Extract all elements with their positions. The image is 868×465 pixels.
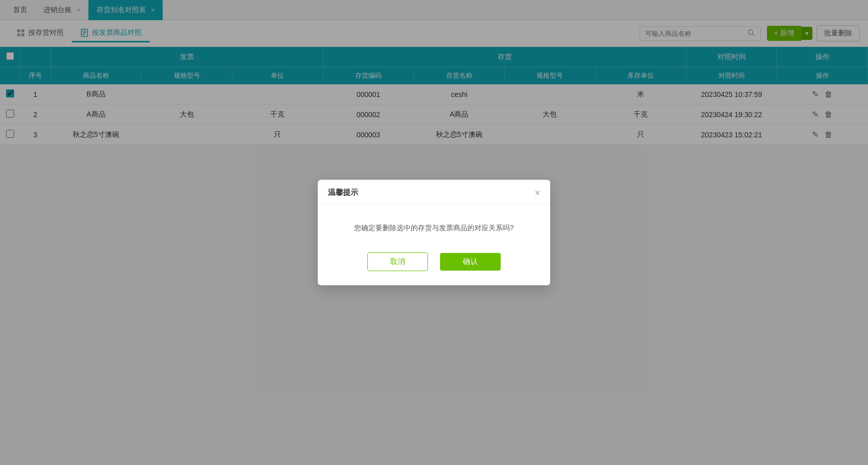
- modal-overlay[interactable]: 温馨提示 × 您确定要删除选中的存货与发票商品的对应关系吗? 取消 确认: [0, 0, 868, 145]
